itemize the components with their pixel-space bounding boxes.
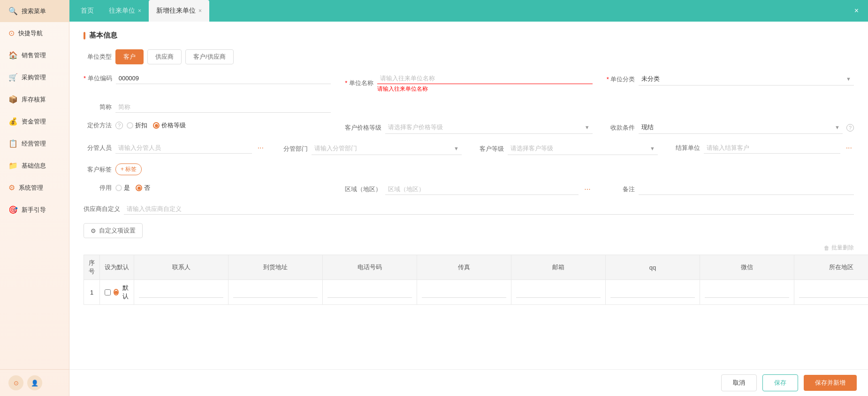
row-phone[interactable] [323,280,417,305]
payment-terms-select[interactable]: 现结 ▼ [639,121,843,134]
unit-code-input[interactable] [116,73,331,84]
col-fax: 传真 [417,255,511,280]
row-email[interactable] [511,280,606,305]
field-unit-code: 单位编码 [84,73,331,84]
batch-delete-label[interactable]: 批量删除 [831,244,854,252]
region-more-btn[interactable]: ··· [582,185,592,194]
row-phone-input[interactable] [327,287,412,298]
sidebar-item-quick-nav[interactable]: ⊙ 快捷导航 [0,22,69,44]
sidebar-item-finance[interactable]: 💰 资金管理 [0,110,69,132]
tab-unit-list-label: 往来单位 [109,7,135,15]
tab-new-unit[interactable]: 新增往来单位 × [149,0,209,22]
supplier-custom-input[interactable] [124,203,854,215]
add-tag-btn[interactable]: + 标签 [115,163,142,175]
unit-category-select[interactable]: 未分类 ▼ [639,73,854,85]
settlement-unit-more-btn[interactable]: ··· [844,144,854,152]
col-phone: 电话号码 [323,255,417,280]
user-bottom-btn[interactable]: 👤 [27,375,42,390]
payment-terms-help-icon[interactable]: ? [846,124,854,132]
sidebar-item-purchase[interactable]: 🛒 采购管理 [0,66,69,88]
batch-delete-area: 🗑 批量删除 [84,244,854,252]
field-customer-tags: 客户标签 + 标签 [84,163,854,175]
unit-name-label: 单位名称 [345,79,373,87]
remark-input[interactable] [639,184,854,195]
sidebar-item-basic[interactable]: 📁 基础信息 [0,155,69,177]
unit-name-input[interactable] [377,73,593,84]
sidebar-item-search[interactable]: 🔍 搜索菜单 [0,0,69,22]
col-email: 邮箱 [511,255,606,280]
row-index: 1 [84,280,100,305]
row-region[interactable] [794,280,868,305]
row-region-input[interactable] [799,287,868,298]
field-settlement-unit: 结算单位 ··· [672,142,854,154]
field-payment-terms: 收款条件 现结 ▼ ? [607,121,854,134]
tab-unit-list-close[interactable]: × [138,8,141,14]
row-qq-input[interactable] [610,287,695,298]
tab-new-unit-close[interactable]: × [198,8,202,14]
form-row-7: 供应商自定义 [84,203,854,215]
form-content: 基本信息 单位类型 客户 供应商 客户/供应商 单位编码 单位名称 请输入往来单… [69,22,868,369]
row-fax-input[interactable] [422,287,506,298]
disabled-radio-yes[interactable]: 是 [115,184,130,192]
sidebar-item-guide[interactable]: 🎯 新手引导 [0,199,69,221]
customer-price-level-select[interactable]: 请选择客户价格等级 ▼ [385,121,592,134]
sidebar-label-basic: 基础信息 [22,162,46,170]
sidebar-label-search: 搜索菜单 [22,7,46,16]
row-address[interactable] [228,280,323,305]
customer-level-select[interactable]: 请选择客户等级 ▼ [508,142,658,155]
row-contact[interactable] [134,280,228,305]
form-row-5: 客户标签 + 标签 [84,163,854,175]
manager-input[interactable] [115,142,252,154]
field-short-name: 简称 [84,101,331,113]
row-default-radio[interactable] [114,289,119,295]
type-btn-both[interactable]: 客户/供应商 [185,49,234,64]
tab-home[interactable]: 首页 [73,0,101,22]
row-email-input[interactable] [516,287,601,298]
custom-settings-btn[interactable]: ⚙ 自定义项设置 [84,223,143,238]
row-qq[interactable] [606,280,700,305]
row-address-input[interactable] [233,287,318,298]
tab-unit-list[interactable]: 往来单位 × [101,0,149,22]
remark-label: 备注 [607,185,635,194]
field-customer-level: 客户等级 请选择客户等级 ▼ [476,142,658,155]
disabled-radio-no[interactable]: 否 [136,184,150,192]
sidebar-item-operation[interactable]: 📋 经营管理 [0,132,69,155]
region-input[interactable] [385,184,579,195]
form-row-3: 定价方法 ? 折扣 价格等级 客户价格等级 请选择客户价格等级 [84,121,854,134]
cancel-button[interactable]: 取消 [721,374,757,391]
tab-bar-close[interactable]: × [849,7,864,15]
save-and-new-button[interactable]: 保存并新增 [804,375,857,391]
save-button[interactable]: 保存 [762,374,798,391]
row-fax[interactable] [417,280,511,305]
pricing-radio-level[interactable]: 价格等级 [153,121,186,130]
nav-icon: ⊙ [8,29,15,38]
type-btn-customer[interactable]: 客户 [115,49,144,64]
supplier-custom-label: 供应商自定义 [84,205,120,213]
sidebar: 🔍 搜索菜单 ⊙ 快捷导航 🏠 销售管理 🛒 采购管理 📦 库存核算 💰 资金管… [0,0,69,396]
contact-table-wrapper: 序号 设为默认 联系人 到货地址 电话号码 传真 邮箱 qq 微信 所在地区 操… [84,255,854,305]
unit-type-row: 单位类型 客户 供应商 客户/供应商 [84,49,854,64]
type-btn-supplier[interactable]: 供应商 [147,49,182,64]
batch-delete-icon: 🗑 [824,245,830,251]
unit-category-chevron: ▼ [846,76,851,82]
sidebar-item-sales[interactable]: 🏠 销售管理 [0,44,69,66]
unit-code-label: 单位编码 [84,74,112,83]
unit-type-label: 单位类型 [84,53,112,61]
row-weixin-input[interactable] [705,287,789,298]
manager-more-btn[interactable]: ··· [256,144,266,152]
row-checkbox[interactable] [105,289,111,295]
department-select[interactable]: 请输入分管部门 ▼ [312,142,462,155]
home-bottom-btn[interactable]: ⊙ [8,375,23,390]
row-default: 默认 [100,280,134,305]
pricing-help-icon[interactable]: ? [115,122,123,129]
short-name-input[interactable] [115,101,331,113]
row-contact-input[interactable] [139,287,223,298]
sidebar-item-inventory[interactable]: 📦 库存核算 [0,88,69,110]
system-icon: ⚙ [8,183,15,192]
short-name-label: 简称 [84,103,112,111]
row-weixin[interactable] [700,280,794,305]
sidebar-item-system[interactable]: ⚙ 系统管理 [0,177,69,199]
tab-home-label: 首页 [81,7,94,15]
pricing-radio-discount[interactable]: 折扣 [127,121,147,130]
settlement-unit-input[interactable] [704,142,840,154]
